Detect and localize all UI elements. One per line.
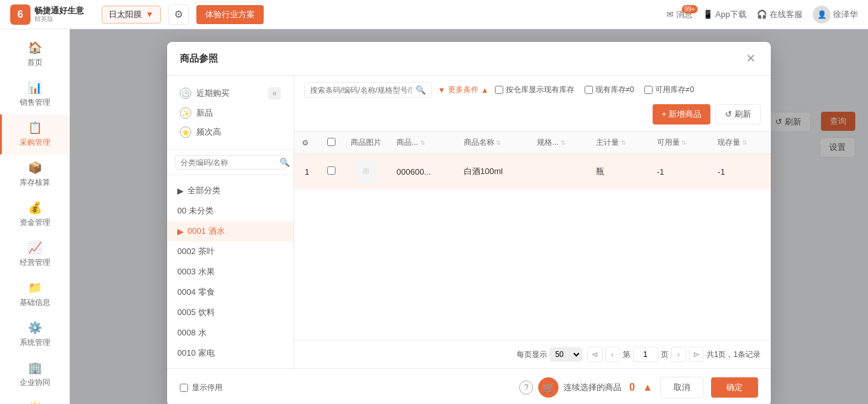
page-input[interactable]: [633, 347, 658, 362]
cancel-btn[interactable]: 取消: [660, 377, 703, 398]
sidebar-item-finance[interactable]: 💰 资金管理: [0, 194, 69, 234]
cart-icon[interactable]: 🛒: [538, 377, 559, 398]
th-spec[interactable]: 规格...: [529, 131, 588, 154]
sidebar-item-purchase[interactable]: 📋 采购管理: [0, 114, 69, 154]
collapse-btn[interactable]: «: [268, 87, 281, 100]
checkbox-available-input[interactable]: [644, 86, 653, 94]
sidebar-item-inventory[interactable]: 📦 库存核算: [0, 154, 69, 194]
sidebar-item-guide[interactable]: 🌟 新手引导: [0, 394, 69, 404]
category-all[interactable]: ▶ 全部分类: [167, 180, 294, 201]
checkbox-stock-input[interactable]: [585, 86, 593, 94]
logo-text-main: 畅捷通好生意: [34, 6, 84, 16]
category-1-arrow: ▶: [177, 227, 184, 236]
sidebar-label-inventory: 库存核算: [20, 177, 50, 188]
category-1-label: 0001 酒水: [187, 226, 225, 237]
operations-icon: 📈: [28, 241, 42, 255]
app-icon: 📱: [703, 10, 713, 19]
sidebar-item-system[interactable]: ⚙️ 系统管理: [0, 314, 69, 354]
filter-icon: ▼: [438, 86, 445, 95]
nav-app-download[interactable]: 📱 App下载: [703, 9, 747, 20]
next-page-btn[interactable]: ›: [671, 347, 686, 362]
first-page-btn[interactable]: ⊲: [587, 347, 602, 362]
service-icon: 🎧: [757, 10, 767, 19]
row-unit: 瓶: [588, 154, 649, 189]
search-icon[interactable]: 🔍: [280, 158, 290, 167]
nav-service[interactable]: 🎧 在线客服: [757, 9, 803, 20]
last-page-btn[interactable]: ⊳: [689, 347, 704, 362]
quick-item-frequent[interactable]: ⭐ 频次高: [175, 123, 286, 142]
th-available[interactable]: 可用量: [649, 131, 710, 154]
pagination-bar: 每页显示 50 100 200 ⊲ ‹ 第: [294, 340, 771, 368]
row-available: -1: [649, 154, 710, 189]
sidebar-label-purchase: 采购管理: [20, 137, 50, 148]
product-search-input[interactable]: [310, 86, 412, 95]
sidebar-item-sales[interactable]: 📊 销售管理: [0, 74, 69, 114]
recent-icon: 🕐: [180, 88, 191, 99]
checkbox-warehouse[interactable]: 按仓库显示现有库存: [495, 84, 574, 95]
sidebar-item-enterprise[interactable]: 🏢 企业协同: [0, 354, 69, 394]
checkbox-warehouse-label: 按仓库显示现有库存: [506, 84, 574, 95]
search-product-icon[interactable]: 🔍: [416, 85, 426, 95]
category-6[interactable]: 0008 水: [167, 323, 294, 343]
category-0[interactable]: 00 未分类: [167, 201, 294, 221]
sidebar-item-operations[interactable]: 📈 经营管理: [0, 234, 69, 274]
category-5[interactable]: 0005 饮料: [167, 302, 294, 323]
show-disabled-label: 显示停用: [192, 382, 222, 393]
category-2-label: 0002 茶叶: [177, 246, 215, 257]
row-check[interactable]: [320, 154, 343, 189]
select-all-checkbox[interactable]: [327, 138, 336, 146]
show-disabled-input[interactable]: [180, 384, 188, 392]
checkbox-stock-label: 现有库存≠0: [595, 84, 634, 95]
prev-page-btn[interactable]: ‹: [605, 347, 620, 362]
row-checkbox[interactable]: [327, 166, 336, 175]
quick-item-recent[interactable]: 🕐 近期购买 «: [175, 83, 286, 104]
nav-selector[interactable]: 日太阳膜 ▼: [102, 6, 161, 24]
sidebar-label-finance: 资金管理: [20, 217, 50, 228]
left-panel: 🕐 近期购买 « ✨ 新品 ⭐ 频次高: [167, 76, 294, 368]
sidebar-label-system: 系统管理: [20, 337, 50, 348]
th-code[interactable]: 商品...: [389, 131, 456, 154]
inventory-icon: 📦: [28, 161, 42, 175]
category-7[interactable]: 0010 家电: [167, 343, 294, 363]
per-page-dropdown[interactable]: 50 100 200: [550, 347, 582, 361]
nav-message[interactable]: ✉ 消息 99+: [667, 9, 693, 20]
show-disabled-checkbox[interactable]: 显示停用: [180, 382, 222, 393]
category-search-input[interactable]: [180, 158, 276, 167]
table-toolbar: 🔍 ▼ 更多条件 ▲ 按仓库显示现有库存: [294, 76, 771, 131]
th-settings[interactable]: ⚙: [294, 131, 320, 154]
cart-area: ? 🛒 连续选择的商品 0 ▲: [519, 377, 653, 398]
confirm-btn[interactable]: 确定: [711, 377, 758, 398]
refresh-btn[interactable]: ↺ 刷新: [715, 104, 761, 125]
nav-service-text: 在线客服: [770, 9, 803, 20]
help-icon[interactable]: ?: [519, 380, 533, 394]
sidebar-label-sales: 销售管理: [20, 97, 50, 108]
th-check[interactable]: [320, 131, 343, 154]
checkbox-stock[interactable]: 现有库存≠0: [585, 84, 634, 95]
collapse-footer-btn[interactable]: ▲: [642, 382, 653, 393]
try-btn[interactable]: 体验行业方案: [196, 5, 264, 24]
category-3[interactable]: 0003 水果: [167, 262, 294, 282]
th-unit[interactable]: 主计量: [588, 131, 649, 154]
modal-close-btn[interactable]: ✕: [743, 51, 758, 66]
checkbox-available[interactable]: 可用库存≠0: [644, 84, 694, 95]
table-row[interactable]: 1 图 000600... 白酒100ml: [294, 154, 771, 189]
category-2[interactable]: 0002 茶叶: [167, 241, 294, 262]
quick-label-recent: 近期购买: [196, 88, 229, 99]
add-product-btn[interactable]: + 新增商品: [653, 104, 710, 125]
nav-user[interactable]: 👤 徐泽华: [813, 6, 858, 24]
category-4[interactable]: 0004 零食: [167, 282, 294, 302]
nav-dropdown-arrow: ▼: [146, 10, 154, 19]
quick-item-new[interactable]: ✨ 新品: [175, 104, 286, 123]
filter-up-icon: ▲: [481, 86, 489, 95]
th-stock[interactable]: 现存量: [710, 131, 771, 154]
nav-right: ✉ 消息 99+ 📱 App下载 🎧 在线客服 👤 徐泽华: [667, 6, 858, 24]
checkbox-warehouse-input[interactable]: [495, 86, 503, 94]
checkbox-group: 按仓库显示现有库存 现有库存≠0 可用库存≠0: [495, 84, 695, 95]
sidebar-item-basic[interactable]: 📁 基础信息: [0, 274, 69, 314]
sidebar-item-home[interactable]: 🏠 首页: [0, 34, 69, 74]
th-name[interactable]: 商品名称: [456, 131, 529, 154]
category-1[interactable]: ▶ 0001 酒水: [167, 221, 294, 241]
settings-icon[interactable]: ⚙: [168, 4, 189, 25]
more-filter-btn[interactable]: ▼ 更多条件 ▲: [438, 84, 489, 95]
main-layout: 🏠 首页 📊 销售管理 📋 采购管理 📦 库存核算 💰 资金管理 📈 经营管理 …: [0, 29, 868, 404]
